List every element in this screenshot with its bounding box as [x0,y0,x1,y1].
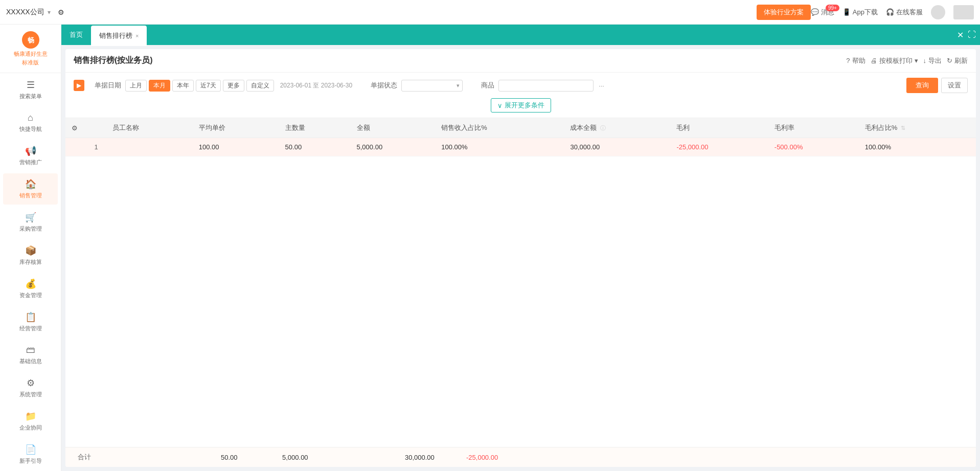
sidebar: 畅 畅康通好生意 标准版 ☰ 搜索菜单 ⌂ 快捷导航 📢 营销推广 🏠 销售管理… [0,25,61,471]
top-bar-right: 💬 消息 99+ 📱 App下载 🎧 在线客服 [811,5,974,19]
company-selector[interactable]: XXXXX公司 ▾ ⚙ [6,8,750,17]
message-badge: 99+ [826,5,839,11]
sidebar-item-inventory[interactable]: 📦 库存核算 [3,240,58,271]
basics-icon: 🗃 [26,345,35,355]
filter-goods-label: 商品 [481,81,494,90]
date-btn-more[interactable]: 更多 [223,80,244,92]
row-gross: -25,000.00 [670,138,768,156]
col-amount: 全额 [351,118,436,138]
sidebar-item-search[interactable]: ☰ 搜索菜单 [3,74,58,105]
footer-cost: 30,000.00 [399,454,460,461]
expand-arrow-icon: ▶ [74,80,84,91]
tab-home-label: 首页 [70,30,83,39]
row-rank: 1 [86,138,106,156]
window-close-icon[interactable]: ✕ [957,30,964,40]
col-gross: 毛利 [670,118,768,138]
expand-more-button[interactable]: ∨ 展开更多条件 [491,98,551,113]
table-head: ⚙ 员工名称 平均单价 主数量 [65,118,976,138]
tab-bar-right: ✕ ⛶ [957,30,980,40]
sidebar-label-guide: 新手引导 [19,457,42,465]
tab-sales-ranking[interactable]: 销售排行榜 × [91,26,147,46]
filter-status-label: 单据状态 [371,81,397,90]
message-button[interactable]: 💬 消息 99+ [811,8,834,17]
message-icon: 💬 [811,8,819,16]
footer-label: 合计 [72,453,215,462]
layout: 畅 畅康通好生意 标准版 ☰ 搜索菜单 ⌂ 快捷导航 📢 营销推广 🏠 销售管理… [0,25,980,471]
main-content: 首页 销售排行榜 × ✕ ⛶ 销售排行榜(按业务员) ? 帮助 [61,25,980,471]
filter-date-item: 单据日期 上月 本月 本年 近7天 更多 自定义 2023-06-01 至 20… [95,80,352,92]
filter-expand-arrow[interactable]: ▶ [74,80,84,91]
row-cost: 30,000.00 [564,138,670,156]
help-button[interactable]: ? 帮助 [846,56,865,65]
sidebar-label-operations: 经营管理 [19,325,42,332]
goods-input[interactable] [498,80,594,92]
col-cost: 成本全额 ⓘ [564,118,670,138]
sidebar-item-sales[interactable]: 🏠 销售管理 [3,173,58,205]
filter-actions: 查询 设置 [906,78,968,93]
export-button[interactable]: ↓ 导出 [923,56,942,65]
sidebar-item-basics[interactable]: 🗃 基础信息 [3,340,58,370]
print-button[interactable]: 🖨 按模板打印 ▾ [871,56,918,65]
trial-button[interactable]: 体验行业方案 [757,5,811,20]
phone-icon: 📱 [842,8,851,16]
gross-pct-sort[interactable]: ⇅ [901,125,905,131]
col-sales-pct: 销售收入占比% [435,118,564,138]
date-btn-custom[interactable]: 自定义 [246,80,274,92]
online-service-button[interactable]: 🎧 在线客服 [886,8,923,17]
settings-button[interactable]: 设置 [941,78,968,93]
filter-row-1: ▶ 单据日期 上月 本月 本年 近7天 更多 自定义 2023-06-01 至 … [74,78,968,93]
status-select[interactable] [401,80,463,92]
sidebar-item-marketing[interactable]: 📢 营销推广 [3,140,58,171]
date-btn-thisyear[interactable]: 本年 [172,80,194,92]
sidebar-logo: 畅 畅康通好生意 标准版 [0,25,61,73]
tab-sales-ranking-label: 销售排行榜 [99,31,132,40]
tab-bar: 首页 销售排行榜 × ✕ ⛶ [61,25,980,45]
filter-goods-item: 商品 ··· [481,80,604,92]
logo-text-line2: 标准版 [22,59,39,66]
avatar[interactable] [931,5,945,19]
sidebar-label-search: 搜索菜单 [19,93,42,100]
sidebar-item-system[interactable]: ⚙ 系统管理 [3,372,58,403]
page-title: 销售排行榜(按业务员) [74,55,846,66]
headset-icon: 🎧 [886,8,894,16]
sidebar-item-operations[interactable]: 📋 经营管理 [3,306,58,338]
filter-date-label: 单据日期 [95,81,121,90]
purchase-icon: 🛒 [25,212,36,223]
row-settings-col [65,138,86,156]
tab-home[interactable]: 首页 [61,25,91,45]
status-select-wrapper [401,80,463,92]
sidebar-label-system: 系统管理 [19,391,42,398]
svg-text:畅: 畅 [27,36,34,44]
company-chevron: ▾ [48,9,51,16]
window-expand-icon[interactable]: ⛶ [968,30,976,39]
tab-close-icon[interactable]: × [135,33,139,39]
settings-icon[interactable]: ⚙ [58,8,64,16]
sidebar-item-quicknav[interactable]: ⌂ 快捷导航 [3,107,58,138]
sidebar-item-guide[interactable]: 📄 新手引导 [3,439,58,470]
print-icon: 🖨 [871,57,877,64]
cost-info-icon: ⓘ [600,125,606,131]
date-btn-7days[interactable]: 近7天 [196,80,221,92]
col-qty: 主数量 [279,118,351,138]
sidebar-item-enterprise[interactable]: 📁 企业协同 [3,406,58,437]
row-amount: 5,000.00 [351,138,436,156]
date-btn-lastmonth[interactable]: 上月 [125,80,147,92]
table-settings-icon[interactable]: ⚙ [72,124,78,132]
date-btn-thismonth[interactable]: 本月 [149,80,170,92]
data-table: ⚙ 员工名称 平均单价 主数量 [65,118,976,156]
company-name: XXXXX公司 [6,8,44,17]
expand-more-row: ∨ 展开更多条件 [74,98,968,113]
refresh-button[interactable]: ↻ 刷新 [947,56,968,65]
footer-qty: 50.00 [215,454,276,461]
sidebar-item-purchase[interactable]: 🛒 采购管理 [3,207,58,238]
logo-text-line1: 畅康通好生意 [14,50,48,58]
table-body: 1 100.00 50.00 5,000.00 100.00% 30,000.0… [65,138,976,156]
search-icon: ☰ [27,79,35,91]
goods-more-icon[interactable]: ··· [599,82,604,89]
row-name [106,138,193,156]
app-download-button[interactable]: 📱 App下载 [842,8,878,17]
marketing-icon: 📢 [25,145,36,156]
sidebar-item-finance[interactable]: 💰 资金管理 [3,273,58,304]
logo-icon: 畅 [21,31,40,49]
query-button[interactable]: 查询 [906,78,938,93]
